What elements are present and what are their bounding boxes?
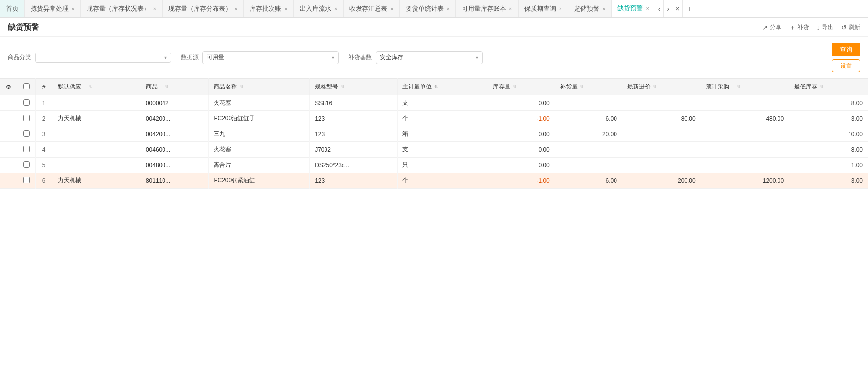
tab-5-close[interactable]: × [334,6,337,12]
column-sku[interactable]: 商品... ⇅ [141,79,209,95]
tab-7-close[interactable]: × [447,6,450,12]
tab-8-close[interactable]: × [509,6,512,12]
column-est-purchase[interactable]: 预计采购... ⇅ [701,79,789,95]
row-checkbox[interactable] [23,99,30,106]
row-name: 火花塞 [209,142,310,158]
row-index: 6 [35,173,53,189]
datasource-value: 可用量 [207,53,224,62]
column-unit[interactable]: 主计量单位 ⇅ [398,79,488,95]
column-stock[interactable]: 库存量 ⇅ [488,79,555,95]
row-replenish: 20.00 [555,126,622,142]
tab-1[interactable]: 拣货异常处理 × [25,0,81,18]
sort-name-icon: ⇅ [240,85,244,89]
tab-2-close[interactable]: × [153,6,156,12]
row-stock: 0.00 [488,95,555,111]
row-est-purchase: 1200.00 [701,173,789,189]
tab-10-close[interactable]: × [602,6,605,12]
row-stock: -1.00 [488,111,555,126]
tab-10[interactable]: 超储预警 × [568,0,612,18]
tab-11-close[interactable]: × [646,5,649,11]
tab-9-label: 保质期查询 [524,4,556,13]
row-checkbox-cell[interactable] [18,142,35,158]
tab-7[interactable]: 要货单统计表 × [400,0,456,18]
row-min-stock: 3.00 [789,111,868,126]
row-est-purchase [701,95,789,111]
row-min-stock: 1.00 [789,158,868,173]
tab-close-all[interactable]: × [672,0,683,18]
category-label: 商品分类 [8,53,31,62]
row-sku: 004200... [141,126,209,142]
tab-home[interactable]: 首页 [0,0,25,18]
datasource-select[interactable]: 可用量 ▾ [202,51,339,64]
replenish-base-select[interactable]: 安全库存 ▾ [376,51,483,64]
tab-1-close[interactable]: × [72,6,74,12]
table-body: 1 0000042 火花塞 SS816 支 0.00 8.00 2 力天机械 0… [0,95,868,189]
share-button[interactable]: ↗ 分享 [762,23,781,32]
row-checkbox[interactable] [23,161,30,168]
filter-right-actions: 查询 设置 [832,43,860,72]
row-checkbox-cell[interactable] [18,95,35,111]
tab-6[interactable]: 收发存汇总表 × [344,0,399,18]
tab-6-close[interactable]: × [390,6,393,12]
settings-button[interactable]: 设置 [832,59,860,72]
column-min-stock[interactable]: 最低库存 ⇅ [789,79,868,95]
tab-maximize[interactable]: □ [683,0,693,18]
tab-2[interactable]: 现存量（库存状况表） × [81,0,162,18]
column-index: # [35,79,53,95]
row-stock: 0.00 [488,126,555,142]
tab-3-close[interactable]: × [235,6,237,12]
tab-8[interactable]: 可用量库存账本 × [456,0,518,18]
tab-nav-right[interactable]: › [664,0,672,18]
row-gear-cell [0,142,18,158]
replenish-button[interactable]: ＋ 补货 [789,23,809,32]
row-checkbox[interactable] [23,130,30,137]
tab-7-label: 要货单统计表 [406,4,444,13]
category-select[interactable]: ▾ [35,53,171,63]
column-spec[interactable]: 规格型号 ⇅ [310,79,398,95]
category-chevron-icon: ▾ [164,55,167,60]
row-est-purchase: 480.00 [701,111,789,126]
tab-home-label: 首页 [6,4,18,13]
column-name[interactable]: 商品名称 ⇅ [209,79,310,95]
row-checkbox-cell[interactable] [18,111,35,126]
row-checkbox[interactable] [23,146,30,152]
tab-nav-left[interactable]: ‹ [655,0,664,18]
select-all-checkbox[interactable] [23,83,30,89]
column-supplier[interactable]: 默认供应... ⇅ [53,79,141,95]
tab-4[interactable]: 库存批次账 × [244,0,293,18]
column-replenish[interactable]: 补货量 ⇅ [555,79,622,95]
sort-min-stock-icon: ⇅ [820,85,824,89]
query-button[interactable]: 查询 [832,43,860,56]
column-gear[interactable]: ⚙ [0,79,18,95]
export-button[interactable]: ↓ 导出 [817,23,834,32]
row-stock: 0.00 [488,158,555,173]
column-latest-price[interactable]: 最新进价 ⇅ [622,79,701,95]
row-checkbox-cell[interactable] [18,126,35,142]
tab-11[interactable]: 缺货预警 × [612,0,655,18]
row-latest-price: 80.00 [622,111,701,126]
tab-9[interactable]: 保质期查询 × [519,0,568,18]
row-supplier: 力天机械 [53,111,141,126]
row-checkbox[interactable] [23,177,30,183]
row-unit: 个 [398,111,488,126]
tab-4-close[interactable]: × [284,6,287,12]
tab-2-label: 现存量（库存状况表） [87,4,150,13]
row-latest-price: 200.00 [622,173,701,189]
row-spec: 123 [310,111,398,126]
row-checkbox-cell[interactable] [18,158,35,173]
row-supplier [53,95,141,111]
column-select-all[interactable] [18,79,35,95]
row-unit: 个 [398,173,488,189]
tab-5[interactable]: 出入库流水 × [294,0,344,18]
tab-3[interactable]: 现存量（库存分布表） × [163,0,244,18]
row-latest-price [622,142,701,158]
row-replenish [555,142,622,158]
tab-9-close[interactable]: × [559,6,562,12]
refresh-label: 刷新 [849,23,860,32]
column-min-stock-label: 最低库存 [794,83,817,90]
row-checkbox[interactable] [23,115,30,121]
sort-stock-icon: ⇅ [513,85,517,89]
refresh-button[interactable]: ↺ 刷新 [841,23,860,32]
tab-3-label: 现存量（库存分布表） [168,4,232,13]
row-checkbox-cell[interactable] [18,173,35,189]
